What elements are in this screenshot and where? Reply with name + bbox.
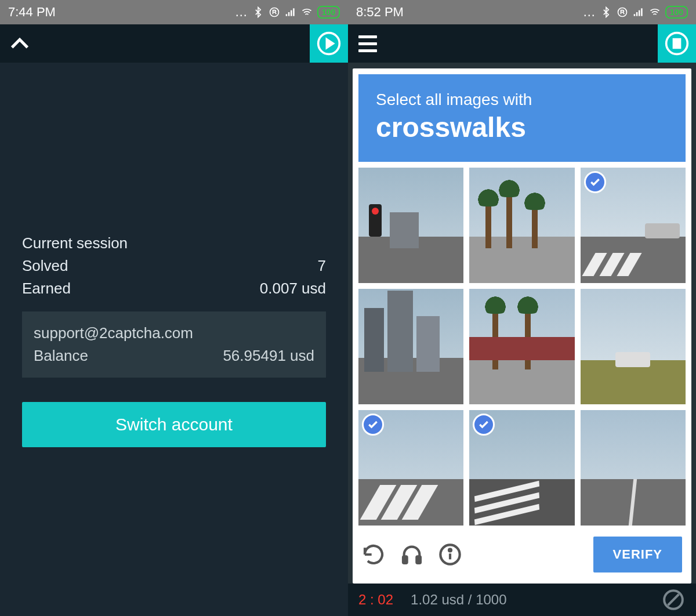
registered-icon [269,6,280,18]
session-info: Current session Solved 7 Earned 0.007 us… [22,232,326,300]
svg-line-20 [668,595,679,606]
bluetooth-icon [252,6,264,18]
captcha-footer: VERIFY [358,531,686,578]
account-card: support@2captcha.com Balance 56.95491 us… [22,311,326,378]
app-header [0,24,348,63]
phone-left: 7:44 PM … 100 Current session Solved 7 E… [0,0,348,616]
info-icon[interactable] [438,543,462,566]
bottom-bar: 2 : 02 1.02 usd / 1000 [348,584,696,616]
registered-icon [617,6,628,18]
solved-label: Solved [22,255,68,277]
svg-rect-2 [288,12,289,16]
status-time: 8:52 PM [356,5,404,20]
svg-rect-10 [641,8,643,16]
captcha-grid [358,168,686,526]
cancel-button[interactable] [661,588,686,612]
ellipsis-icon: … [583,5,596,20]
signal-icon [285,6,296,18]
tile-street-trafficlight[interactable] [358,168,463,283]
svg-point-18 [449,549,451,552]
captcha-container: Select all images with crosswalks [348,63,696,584]
check-icon [584,171,606,193]
battery-indicator: 100 [665,6,688,19]
balance-label: Balance [34,345,88,367]
pause-button[interactable] [658,24,696,63]
tile-palm-storefront[interactable] [469,289,574,404]
account-email: support@2captcha.com [34,322,314,345]
tile-city-buildings[interactable] [358,289,463,404]
status-bar: 7:44 PM … 100 [0,0,348,24]
headphones-icon[interactable] [400,543,423,566]
wifi-icon [649,6,661,18]
wifi-icon [301,6,313,18]
check-icon [362,414,384,436]
menu-button[interactable] [355,31,380,56]
svg-rect-7 [633,14,635,16]
reload-icon[interactable] [362,543,385,566]
captcha-card: Select all images with crosswalks [353,68,691,584]
captcha-prompt-small: Select all images with [376,90,668,109]
bluetooth-icon [600,6,612,18]
timer: 2 : 02 [358,592,393,608]
verify-button[interactable]: VERIFY [593,537,682,572]
tile-crosswalk-intersection[interactable] [358,410,463,526]
tile-crosswalk-diagonal[interactable] [469,410,574,526]
captcha-prompt: Select all images with crosswalks [358,74,686,162]
svg-rect-13 [678,39,680,48]
svg-rect-15 [416,556,420,563]
svg-rect-4 [293,8,295,16]
app-header [348,24,696,63]
earned-value: 0.007 usd [260,277,326,300]
svg-rect-8 [636,12,637,16]
status-time: 7:44 PM [8,5,56,20]
svg-rect-14 [403,556,407,563]
earned-label: Earned [22,277,71,300]
session-panel: Current session Solved 7 Earned 0.007 us… [0,63,348,616]
status-indicators: … 100 [235,5,340,20]
captcha-prompt-big: crosswalks [376,111,668,143]
svg-rect-12 [674,39,676,48]
tile-open-field[interactable] [581,289,686,404]
tile-crosswalk-car[interactable] [581,168,686,283]
play-button[interactable] [310,24,348,63]
balance-value: 56.95491 usd [223,345,314,367]
svg-rect-9 [639,10,640,16]
battery-indicator: 100 [317,6,340,19]
signal-icon [633,6,644,18]
switch-account-button[interactable]: Switch account [22,402,326,447]
tile-palm-trees[interactable] [469,168,574,283]
rate-text: 1.02 usd / 1000 [411,592,506,608]
session-title: Current session [22,232,326,255]
svg-rect-1 [285,14,287,16]
status-indicators: … 100 [583,5,688,20]
phone-right: 8:52 PM … 100 Select all images with cro… [348,0,696,616]
status-bar: 8:52 PM … 100 [348,0,696,24]
ellipsis-icon: … [235,5,248,20]
svg-rect-3 [291,10,292,16]
solved-value: 7 [318,255,326,277]
collapse-button[interactable] [7,31,32,56]
tile-highway[interactable] [581,410,686,526]
